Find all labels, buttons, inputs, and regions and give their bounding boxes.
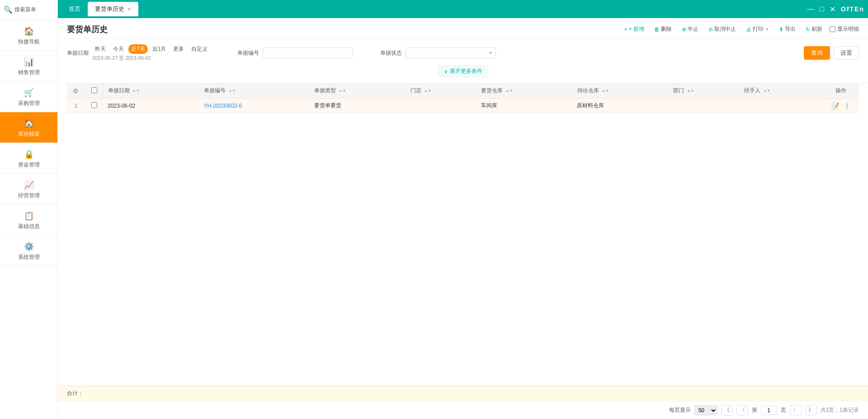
refresh-label: 刷新 [811, 25, 822, 33]
add-button[interactable]: + + 新增 [622, 24, 647, 35]
search-button[interactable]: 查询 [804, 46, 830, 60]
cancel-stop-button[interactable]: ⊘ 取消中止 [706, 24, 739, 35]
date-opt-today[interactable]: 今天 [110, 44, 127, 54]
display-detail-checkbox[interactable] [830, 26, 835, 32]
sidebar-item-label: 采购管理 [18, 100, 40, 107]
sidebar-item-basic[interactable]: 📋 基础信息 [0, 205, 57, 235]
operations-icon: 📈 [24, 180, 34, 190]
sidebar-item-inventory[interactable]: 🏠 库存核算 [0, 112, 57, 143]
th-ops: 操作 [823, 83, 859, 99]
pagination-info: 共1页，1条记录 [821, 406, 859, 414]
bill-no-link[interactable]: YH-20230602-0 [204, 103, 242, 109]
delete-button[interactable]: 🗑 删除 [651, 24, 675, 35]
prev-page-button[interactable]: 〈 [736, 405, 748, 415]
date-opt-more[interactable]: 更多 [170, 44, 187, 54]
chevron-down-icon: ∨ [444, 68, 448, 75]
add-icon: + [624, 26, 627, 33]
footer-total: 合计： [58, 386, 868, 401]
date-options: 昨天 今天 近7天 近1月 更多 自定义 [92, 44, 210, 54]
th-settings: ⚙ [67, 83, 85, 99]
next-page-button[interactable]: 〉 [790, 405, 802, 415]
status-select[interactable] [406, 48, 496, 58]
refresh-button[interactable]: ↻ 刷新 [803, 24, 825, 35]
sort-handler-icon[interactable]: ▲▼ [763, 89, 770, 93]
stop-button[interactable]: ⊗ 中止 [679, 24, 701, 35]
bill-no-input[interactable] [263, 48, 353, 58]
per-page-select[interactable]: 50 20 100 200 [694, 405, 717, 415]
status-label: 单据状态 [380, 49, 402, 57]
finance-icon: 🔒 [24, 149, 34, 159]
select-all-checkbox[interactable] [91, 87, 97, 93]
window-minimize-icon[interactable]: — [807, 5, 814, 13]
search-icon: 🔍 [4, 5, 13, 14]
expand-filters-button[interactable]: ∨ 展开更多条件 [438, 65, 488, 77]
sort-req-warehouse-icon[interactable]: ▲▼ [506, 89, 513, 93]
last-page-button[interactable]: 》 [805, 405, 817, 415]
sort-bill-type-icon[interactable]: ▲▼ [339, 89, 346, 93]
sort-bill-no-icon[interactable]: ▲▼ [228, 89, 236, 93]
row-more-button[interactable]: ⋮ [842, 101, 852, 110]
print-button[interactable]: 🖨 打印 ▼ [743, 24, 772, 35]
export-label: 导出 [785, 25, 796, 33]
pagination-bar: 每页显示 50 20 100 200 《 〈 第 页 〉 》 共1页，1条记录 [58, 401, 868, 419]
sidebar-item-quick-nav[interactable]: 🏠 快捷导航 [0, 20, 57, 51]
expand-label: 展开更多条件 [450, 67, 482, 75]
cell-checkbox[interactable] [85, 99, 103, 113]
sidebar-item-label: 销售管理 [18, 69, 40, 76]
sidebar-item-operations[interactable]: 📈 经营管理 [0, 174, 57, 205]
sidebar-item-sales[interactable]: 📊 销售管理 [0, 51, 57, 81]
export-button[interactable]: ⬆ 导出 [776, 24, 798, 35]
tab-close-icon[interactable]: ✕ [127, 6, 131, 12]
date-opt-7days[interactable]: 近7天 [128, 44, 148, 54]
th-bill-type: 单据类型 ▲▼ [310, 83, 406, 99]
sort-date-icon[interactable]: ▲▼ [132, 89, 140, 93]
row-checkbox[interactable] [91, 102, 97, 108]
sidebar-item-purchase[interactable]: 🛒 采购管理 [0, 81, 57, 112]
th-handler: 经手人 ▲▼ [739, 83, 823, 99]
tabs-bar-right: — □ ✕ OfTEn [807, 5, 864, 14]
sidebar-item-system[interactable]: ⚙️ 系统管理 [0, 235, 57, 266]
page-suffix: 页 [781, 406, 786, 414]
display-detail-toggle[interactable]: 显示明细 [830, 25, 859, 33]
home-icon: 🏠 [24, 26, 34, 36]
table-header-row: ⚙ 单据日期 ▲▼ 单据编号 ▲▼ [67, 83, 859, 99]
window-close-icon[interactable]: ✕ [830, 5, 835, 14]
tab-home[interactable]: 首页 [61, 2, 88, 16]
page-number-input[interactable] [761, 406, 777, 415]
cancel-stop-label: 取消中止 [714, 25, 736, 33]
sales-icon: 📊 [24, 57, 34, 67]
bill-no-filter-group: 单据编号 [237, 48, 353, 58]
display-detail-label: 显示明细 [837, 25, 859, 33]
cell-bill-no: YH-20230602-0 [199, 99, 310, 113]
sort-pending-warehouse-icon[interactable]: ▲▼ [602, 89, 609, 93]
date-filter-group: 单据日期 昨天 今天 近7天 近1月 更多 自定义 2023-05-27 至 2… [67, 44, 210, 62]
sort-department-icon[interactable]: ▲▼ [687, 89, 694, 93]
first-page-button[interactable]: 《 [721, 405, 733, 415]
main-area: 首页 要货单历史 ✕ — □ ✕ OfTEn 要货单历史 + + 新增 🗑 [58, 0, 868, 419]
tab-home-label: 首页 [69, 5, 80, 13]
table-settings-icon[interactable]: ⚙ [73, 87, 79, 95]
print-dropdown-icon: ▼ [765, 27, 769, 32]
cell-pending-warehouse: 原材料仓库 [572, 99, 669, 113]
page-label: 第 [752, 406, 757, 414]
sidebar-item-finance[interactable]: 🔒 资金管理 [0, 143, 57, 174]
date-opt-custom[interactable]: 自定义 [189, 44, 210, 54]
print-label: 打印 [753, 25, 764, 33]
filter-row-1: 单据日期 昨天 今天 近7天 近1月 更多 自定义 2023-05-27 至 2… [67, 44, 859, 62]
window-maximize-icon[interactable]: □ [820, 5, 824, 13]
sidebar-item-label: 快捷导航 [18, 38, 40, 46]
sidebar: 🔍 搜索菜单 🏠 快捷导航 📊 销售管理 🛒 采购管理 🏠 库存核算 🔒 资金管… [0, 0, 58, 419]
settings-button[interactable]: 设置 [834, 46, 859, 60]
date-opt-yesterday[interactable]: 昨天 [92, 44, 108, 54]
add-label: + 新增 [629, 25, 644, 33]
th-req-warehouse: 要货仓库 ▲▼ [476, 83, 573, 99]
table-area: ⚙ 单据日期 ▲▼ 单据编号 ▲▼ [58, 83, 868, 386]
row-edit-button[interactable]: 📝 [830, 101, 841, 110]
table-body: 1 2023-06-02 YH-20230602-0 要货单要货 车间库 原材料… [67, 99, 859, 113]
sidebar-search[interactable]: 🔍 搜索菜单 [0, 0, 57, 20]
sort-store-icon[interactable]: ▲▼ [424, 89, 431, 93]
tab-requisition-history[interactable]: 要货单历史 ✕ [88, 2, 138, 16]
date-opt-1month[interactable]: 近1月 [150, 44, 169, 54]
th-pending-warehouse: 待出仓库 ▲▼ [572, 83, 669, 99]
cell-date: 2023-06-02 [103, 99, 199, 113]
